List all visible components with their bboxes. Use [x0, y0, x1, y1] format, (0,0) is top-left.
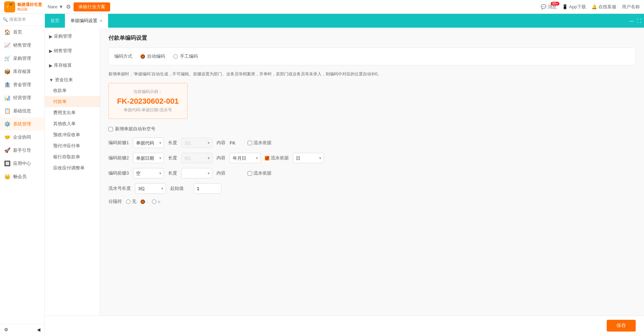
tab-home[interactable]: 首页 [45, 14, 65, 28]
prefix3-serial-check[interactable]: 流水依据 [248, 170, 271, 176]
prefix2-content-select[interactable]: 年月日 [230, 153, 261, 163]
serial-row: 流水号长度 3位 ▼ 起始值 [108, 183, 636, 194]
brand-name: 畅捷通好生意 [17, 2, 42, 7]
sep-none-radio[interactable] [126, 199, 131, 204]
sidebar-item-system[interactable]: ⚙️ 系统管理 [0, 118, 45, 131]
preview-code: FK-20230602-001 [117, 97, 179, 106]
tab-bar: 首页 单据编码设置 ✕ — ⛶ [45, 14, 644, 28]
sidebar-item-sales[interactable]: 📈 销售管理 [0, 39, 45, 52]
message-icon: 💬 [541, 4, 546, 9]
tab-minimize-icon[interactable]: — [629, 18, 634, 24]
sidebar-item-label-appcenter: 应用中心 [13, 160, 31, 167]
prefix3-select[interactable]: 空 [133, 168, 164, 178]
tab-maximize-icon[interactable]: ⛶ [637, 18, 641, 24]
tab-close-icon[interactable]: ✕ [99, 19, 103, 23]
sub-group-sales-label: 销售管理 [54, 48, 72, 54]
auto-encoding-option[interactable]: 自动编码 [141, 53, 165, 59]
manual-encoding-option[interactable]: 手工编码 [173, 53, 198, 59]
prefix2-period-select[interactable]: 日 [293, 153, 324, 163]
sidebar-item-label-finance: 资金管理 [13, 82, 31, 88]
sidebar-item-purchase[interactable]: 🛒 采购管理 [0, 52, 45, 65]
separator-label: 分隔符 [108, 198, 122, 205]
prefix1-serial-check[interactable]: 流水依据 [248, 140, 271, 146]
sidebar-item-home[interactable]: 🏠 首页 [0, 26, 45, 39]
inventory-icon: 📦 [4, 68, 10, 75]
auto-encoding-radio[interactable] [141, 54, 145, 59]
top-bar: 🍊 畅捷通好生意 精品版 Nare ▼ ⚙ 体验行业方案 💬 消息 99+ 📱 … [0, 0, 644, 14]
prefix1-serial-checkbox[interactable] [248, 141, 252, 145]
service-label: 在线客服 [598, 4, 616, 10]
sub-item-payment[interactable]: 付款单 [45, 96, 100, 107]
prefix1-len-select[interactable]: 2位 [181, 138, 212, 148]
sep-circle-option[interactable]: ○ [152, 199, 161, 204]
bottom-settings-icon[interactable]: ⚙ [4, 327, 8, 332]
logo-icon: 🍊 [4, 1, 15, 12]
prefix3-serial-label: 流水依据 [253, 170, 271, 176]
prefix2-select[interactable]: 单据日期 [133, 153, 164, 163]
sep-circle-radio[interactable] [152, 199, 156, 204]
base-icon: 📋 [4, 108, 10, 114]
sidebar-bottom: ⚙ ◀ [0, 324, 45, 335]
sidebar-item-label-inventory: 库存核算 [13, 68, 31, 75]
sub-item-receipt[interactable]: 收款单 [45, 85, 100, 96]
sidebar-item-appcenter[interactable]: 🔲 应用中心 [0, 157, 45, 170]
sidebar-item-operations[interactable]: 📊 经营管理 [0, 91, 45, 104]
serial-start-input[interactable] [194, 183, 221, 194]
sep-dot-radio[interactable] [141, 199, 145, 204]
prefix2-serial-check[interactable]: 流水依据 [265, 155, 289, 161]
sidebar-item-label-sales: 销售管理 [13, 42, 31, 48]
online-service-button[interactable]: 🔔 在线客服 [592, 4, 616, 10]
auto-encoding-label: 自动编码 [147, 53, 165, 59]
user-profile-button[interactable]: 用户名称 [622, 4, 640, 10]
prefix1-serial-label: 流水依据 [253, 140, 271, 146]
prefix2-content-wrapper: 年月日 ▼ [230, 153, 261, 163]
user-name: 用户名称 [622, 4, 640, 9]
serial-len-wrapper: 3位 ▼ [135, 183, 166, 194]
prefix3-label: 编码前缀3 [108, 170, 129, 176]
serial-len-select[interactable]: 3位 [135, 183, 166, 194]
sub-item-adjust[interactable]: 应收应付调整单 [45, 162, 100, 174]
sub-item-pre-pay[interactable]: 预付冲应付单 [45, 140, 100, 151]
auto-fill-checkbox[interactable] [108, 127, 113, 131]
sub-item-other-income[interactable]: 其他收入单 [45, 118, 100, 129]
manual-encoding-radio[interactable] [173, 54, 178, 59]
sub-group-sales-title[interactable]: ▶ 销售管理 [45, 46, 100, 56]
message-button[interactable]: 💬 消息 99+ [541, 4, 557, 10]
sub-item-bank[interactable]: 银行存取款单 [45, 151, 100, 162]
sep-dot-option[interactable]: · [141, 199, 148, 204]
prefix2-len-select[interactable]: 8位 [181, 153, 212, 163]
sidebar-item-finance[interactable]: 🏦 资金管理 [0, 78, 45, 91]
sidebar-item-base[interactable]: 📋 基础信息 [0, 104, 45, 118]
sidebar-item-enterprise[interactable]: 🤝 企业协同 [0, 131, 45, 144]
sidebar-item-newuser[interactable]: 🚀 新手引导 [0, 144, 45, 157]
sidebar-item-inventory[interactable]: 📦 库存核算 [0, 65, 45, 78]
settings-icon[interactable]: ⚙ [66, 3, 71, 10]
sidebar-item-member[interactable]: 👑 畅会员 [0, 170, 45, 183]
save-button[interactable]: 保存 [607, 320, 636, 332]
prefix3-len-select[interactable] [181, 168, 212, 178]
sub-item-expense[interactable]: 费用支出单 [45, 107, 100, 118]
dropdown-arrow-icon: ▼ [59, 4, 63, 9]
workspace-dropdown[interactable]: Nare ▼ [48, 4, 63, 9]
sidebar-item-label-home: 首页 [13, 29, 22, 35]
prefix3-serial-checkbox[interactable] [248, 171, 252, 176]
trial-industry-button[interactable]: 体验行业方案 [74, 2, 110, 11]
prefix2-serial-label: 流水依据 [271, 155, 289, 161]
search-menu[interactable]: 🔍 搜索菜单 [0, 14, 45, 26]
prefix2-serial-checkbox[interactable] [265, 156, 269, 160]
sub-group-purchase-title[interactable]: ▶ 采购管理 [45, 31, 100, 41]
tab-voucher-encoding[interactable]: 单据编码设置 ✕ [65, 14, 108, 28]
sep-none-option[interactable]: 无 [126, 198, 136, 205]
message-badge: 99+ [551, 2, 559, 6]
appcenter-icon: 🔲 [4, 160, 10, 167]
collapse-icon[interactable]: ◀ [37, 327, 40, 332]
preview-box: 当前编码示例： FK-20230602-001 单据代码-单据日期-流水号 [108, 83, 188, 119]
main-layout: 🔍 搜索菜单 🏠 首页 📈 销售管理 🛒 采购管理 📦 库存核算 🏦 资金管理 … [0, 14, 644, 335]
auto-fill-row[interactable]: 新增单据自动补空号 [108, 126, 636, 132]
app-download-button[interactable]: 📱 App下载 [562, 4, 586, 10]
sub-item-pre-charge[interactable]: 预收冲应收单 [45, 129, 100, 140]
prefix1-select[interactable]: 单据代码 [133, 138, 164, 148]
sub-group-inventory-title[interactable]: ▶ 库存核算 [45, 60, 100, 71]
home-icon: 🏠 [4, 29, 10, 35]
sub-group-finance-title[interactable]: ▼ 资金往来 [45, 75, 100, 85]
